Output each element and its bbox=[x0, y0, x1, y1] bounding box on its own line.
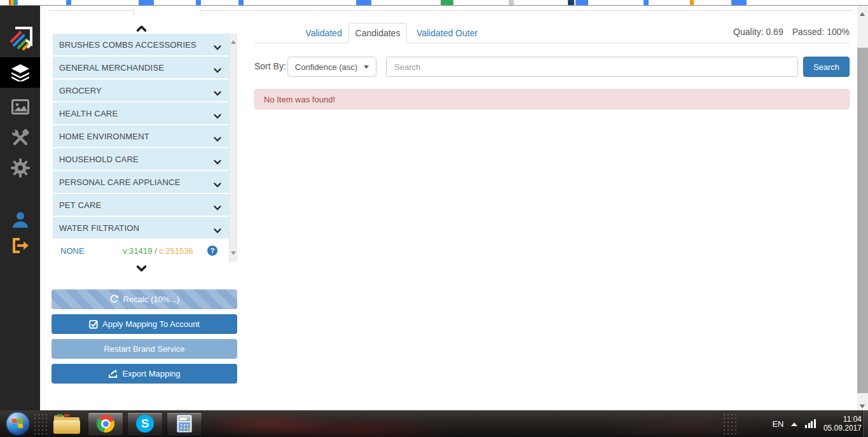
category-label: HOME ENVIRONMENT bbox=[59, 132, 149, 141]
tray-expand-icon[interactable] bbox=[791, 419, 797, 426]
category-item[interactable]: GROCERY bbox=[53, 80, 229, 101]
none-counts: v:31419 / c:251536 bbox=[123, 246, 193, 256]
category-item[interactable]: WATER FILTRATION bbox=[53, 217, 229, 239]
category-label: GROCERY bbox=[59, 86, 102, 95]
show-desktop-button[interactable] bbox=[862, 410, 868, 437]
chevron-down-icon bbox=[214, 134, 221, 144]
category-label: GENERAL MERCHANDISE bbox=[59, 63, 164, 73]
clock-date: 05.09.2017 bbox=[823, 424, 862, 433]
category-list-scrollbar[interactable] bbox=[229, 34, 237, 261]
restart-brand-service-label: Restart Brand Service bbox=[104, 344, 184, 354]
bookmark-favicon[interactable] bbox=[441, 0, 453, 5]
bookmark-favicon[interactable] bbox=[9, 0, 18, 5]
app-logo-icon bbox=[6, 25, 34, 53]
category-item[interactable]: PERSONAL CARE APPLIANCE bbox=[53, 171, 229, 193]
sidebar-item-images[interactable] bbox=[0, 93, 40, 121]
sidebar-item-mappings[interactable] bbox=[0, 57, 40, 88]
sidebar-item-account[interactable] bbox=[0, 206, 40, 233]
category-label: BRUSHES COMBS ACCESSORIES bbox=[59, 40, 196, 50]
restart-brand-service-button[interactable]: Restart Brand Service bbox=[52, 339, 237, 359]
bookmark-favicon[interactable] bbox=[196, 0, 201, 5]
scrollbar-down-icon bbox=[231, 251, 236, 258]
start-button[interactable] bbox=[6, 412, 30, 436]
bookmark-favicon[interactable] bbox=[356, 0, 371, 5]
category-label: PERSONAL CARE APPLIANCE bbox=[59, 177, 181, 187]
top-tab-active[interactable] bbox=[134, 10, 202, 15]
scrollbar-up-icon bbox=[231, 38, 236, 44]
tab-validated-outer[interactable]: Validated Outer bbox=[412, 23, 482, 43]
browser-scrollbar[interactable] bbox=[857, 6, 868, 410]
passed-stat: Passed: 100% bbox=[792, 27, 850, 37]
category-item[interactable]: BRUSHES COMBS ACCESSORIES bbox=[53, 34, 229, 55]
category-none-row[interactable]: NONE v:31419 / c:251536 ? bbox=[53, 240, 229, 261]
bookmark-favicon[interactable] bbox=[575, 0, 588, 5]
skype-taskbar-button[interactable]: S bbox=[127, 412, 163, 435]
network-signal-icon[interactable] bbox=[805, 419, 816, 428]
refresh-icon bbox=[109, 295, 119, 304]
file-explorer-button[interactable] bbox=[53, 414, 80, 434]
scrollbar-thumb[interactable] bbox=[857, 48, 868, 393]
chrome-icon bbox=[97, 415, 114, 433]
category-item[interactable]: HOME ENVIRONMENT bbox=[53, 125, 229, 147]
windows-logo-icon bbox=[12, 419, 24, 429]
bookmark-favicon[interactable] bbox=[66, 0, 71, 5]
user-icon bbox=[11, 211, 29, 228]
none-label: NONE bbox=[60, 246, 85, 256]
bookmark-favicon[interactable] bbox=[139, 0, 154, 5]
scrollbar-up-button[interactable] bbox=[857, 6, 868, 17]
sidebar-item-settings[interactable] bbox=[0, 155, 40, 181]
bookmark-favicon[interactable] bbox=[690, 0, 694, 5]
sort-select[interactable]: Confidence (asc) bbox=[287, 57, 376, 77]
category-list: BRUSHES COMBS ACCESSORIES GENERAL MERCHA… bbox=[53, 34, 229, 261]
tab-validated[interactable]: Validated bbox=[295, 23, 352, 43]
tab-candidates[interactable]: Candidates bbox=[348, 23, 407, 43]
wallpaper-dots bbox=[33, 413, 48, 434]
help-icon[interactable]: ? bbox=[207, 246, 217, 256]
bookmark-favicon[interactable] bbox=[509, 0, 514, 5]
list-scroll-up-button[interactable] bbox=[136, 24, 148, 31]
bookmark-favicon[interactable] bbox=[568, 0, 574, 5]
sort-by-label: Sort By: bbox=[254, 61, 286, 71]
category-label: WATER FILTRATION bbox=[59, 223, 139, 233]
scrollbar-down-button[interactable] bbox=[857, 399, 868, 410]
caret-down-icon bbox=[364, 66, 369, 71]
apply-mapping-button[interactable]: Apply Mapping To Account bbox=[52, 314, 237, 334]
chevron-down-icon bbox=[214, 203, 221, 212]
search-button[interactable]: Search bbox=[803, 57, 850, 77]
taskbar-clock[interactable]: 11:04 05.09.2017 bbox=[823, 415, 862, 433]
calculator-icon: 0 bbox=[177, 415, 192, 433]
chevron-down-icon bbox=[214, 111, 221, 121]
calculator-display: 0 bbox=[179, 417, 190, 421]
scrollbar-up-icon bbox=[860, 10, 865, 16]
quality-stat: Quality: 0.69 bbox=[733, 27, 783, 37]
clock-time: 11:04 bbox=[823, 415, 862, 424]
app-logo[interactable] bbox=[0, 20, 40, 58]
taskbar: S 0 EN 11:04 05.09.2017 bbox=[0, 410, 868, 437]
bookmark-favicon[interactable] bbox=[731, 0, 747, 5]
export-mapping-button[interactable]: Export Mapping bbox=[52, 364, 237, 384]
recalc-label: Recalc (10%...) bbox=[123, 295, 180, 304]
recalc-button[interactable]: Recalc (10%...) bbox=[52, 289, 237, 309]
chevron-down-icon bbox=[214, 88, 221, 98]
category-label: HOUSEHOLD CARE bbox=[59, 155, 139, 164]
search-input[interactable] bbox=[386, 57, 798, 77]
bookmark-favicon[interactable] bbox=[644, 0, 649, 5]
stats: Quality: 0.69Passed: 100% bbox=[724, 27, 850, 37]
sidebar-item-tools[interactable] bbox=[0, 124, 40, 152]
bookmark-favicon[interactable] bbox=[238, 0, 244, 5]
category-item[interactable]: PET CARE bbox=[53, 194, 229, 216]
category-item[interactable]: HEALTH CARE bbox=[53, 102, 229, 124]
sidebar-item-logout[interactable] bbox=[0, 233, 40, 258]
calculator-taskbar-button[interactable]: 0 bbox=[167, 412, 202, 435]
language-indicator[interactable]: EN bbox=[772, 419, 783, 429]
sort-select-value: Confidence (asc) bbox=[295, 62, 357, 72]
validated-count: v:31419 bbox=[123, 246, 152, 256]
chrome-taskbar-button[interactable] bbox=[88, 412, 123, 435]
list-scroll-down-button[interactable] bbox=[136, 263, 148, 271]
chevron-down-icon bbox=[214, 226, 221, 235]
tools-icon bbox=[11, 128, 30, 148]
system-tray: EN 11:04 05.09.2017 bbox=[772, 410, 862, 437]
category-label: PET CARE bbox=[59, 200, 101, 210]
category-item[interactable]: GENERAL MERCHANDISE bbox=[53, 57, 229, 78]
category-item[interactable]: HOUSEHOLD CARE bbox=[53, 148, 229, 170]
